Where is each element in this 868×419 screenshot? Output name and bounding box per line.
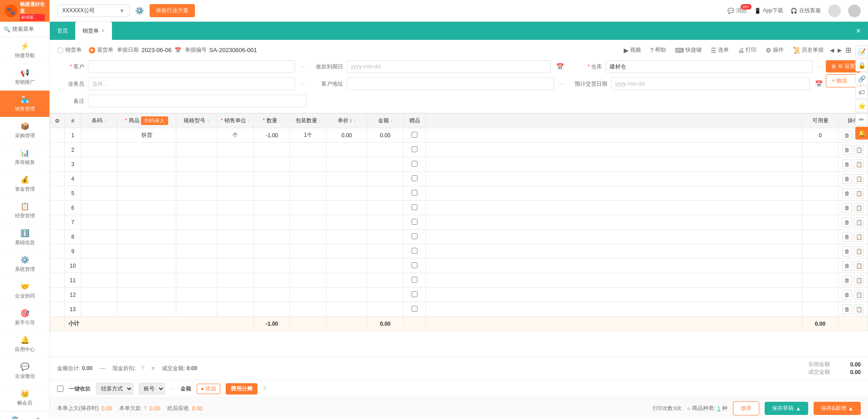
row-price[interactable]: [326, 186, 367, 201]
row-unit[interactable]: [217, 230, 254, 244]
row-gift[interactable]: [403, 143, 426, 157]
one-click-pay-checkbox[interactable]: [57, 385, 63, 392]
row-gift[interactable]: [403, 186, 426, 201]
gift-checkbox[interactable]: [412, 190, 417, 196]
delete-row-btn[interactable]: 🗑: [842, 145, 852, 155]
tab-home[interactable]: 首页: [50, 22, 75, 40]
row-product[interactable]: [117, 215, 176, 230]
th-amount-sort[interactable]: ↕: [390, 118, 393, 123]
warehouse-input[interactable]: [606, 60, 813, 73]
row-unit[interactable]: [217, 244, 254, 259]
delete-row-btn[interactable]: 🗑: [842, 159, 852, 169]
sidebar-item-marketing[interactable]: 📢 营销推广: [0, 64, 49, 91]
row-qty[interactable]: [254, 259, 290, 273]
th-spec-sort[interactable]: ↕: [207, 118, 209, 123]
th-price-info[interactable]: ℹ: [350, 118, 352, 123]
row-barcode[interactable]: [81, 273, 117, 288]
row-amount[interactable]: [367, 143, 403, 157]
row-pkg[interactable]: [290, 273, 326, 288]
fee-split-btn[interactable]: 费用分摊: [226, 383, 257, 395]
sidebar-item-base[interactable]: ℹ️ 基础信息: [0, 224, 49, 251]
row-barcode[interactable]: [81, 302, 117, 317]
row-price[interactable]: [326, 230, 367, 244]
row-gift[interactable]: [403, 302, 426, 317]
save-new-btn[interactable]: 保存&新增 ▲: [814, 402, 861, 415]
row-amount[interactable]: [367, 259, 403, 273]
right-panel-notes-btn[interactable]: 📝: [855, 45, 868, 58]
row-barcode[interactable]: [81, 230, 117, 244]
view-list-icon[interactable]: ⊞: [845, 46, 851, 54]
discount-help-icon[interactable]: ?: [141, 365, 144, 371]
row-qty[interactable]: [254, 244, 290, 259]
row-product[interactable]: 拆货: [117, 128, 176, 143]
row-gift[interactable]: [403, 215, 426, 230]
gift-checkbox[interactable]: [412, 262, 417, 268]
message-btn[interactable]: 💬 消息 99+: [727, 7, 747, 14]
sidebar-item-appstore[interactable]: 🔔 应用中心: [0, 331, 49, 358]
abandon-btn[interactable]: 放弃: [733, 401, 759, 415]
row-spec[interactable]: [176, 302, 217, 317]
row-unit[interactable]: [217, 157, 254, 172]
row-unit[interactable]: [217, 273, 254, 288]
row-gift[interactable]: [403, 157, 426, 172]
delete-row-btn[interactable]: 🗑: [842, 275, 852, 285]
shortcut-btn[interactable]: ⌨ 快捷键: [672, 45, 704, 55]
row-unit[interactable]: 个: [217, 128, 254, 143]
row-amount[interactable]: 0.00: [367, 128, 403, 143]
right-panel-tag-btn[interactable]: 🏷: [855, 86, 868, 99]
row-spec[interactable]: [176, 215, 217, 230]
delete-row-btn[interactable]: 🗑: [842, 261, 852, 271]
gift-checkbox[interactable]: [412, 146, 417, 152]
collect-date-calendar-icon[interactable]: 📅: [554, 63, 566, 70]
row-barcode[interactable]: [81, 244, 117, 259]
right-panel-lock-btn[interactable]: 🔒: [855, 59, 868, 72]
delete-row-btn[interactable]: 🗑: [842, 304, 852, 314]
row-pkg[interactable]: [290, 172, 326, 186]
row-gift[interactable]: [403, 259, 426, 273]
row-pkg[interactable]: [290, 288, 326, 302]
row-amount[interactable]: [367, 273, 403, 288]
history-btn[interactable]: 📜 历史单据: [790, 45, 826, 55]
row-gift[interactable]: [403, 201, 426, 215]
video-btn[interactable]: ▶ 视频: [621, 45, 644, 55]
row-qty[interactable]: [254, 172, 290, 186]
row-spec[interactable]: [176, 143, 217, 157]
gift-checkbox[interactable]: [412, 291, 417, 297]
tab-close-icon[interactable]: ×: [102, 28, 105, 34]
row-qty[interactable]: [254, 302, 290, 317]
gift-checkbox[interactable]: [412, 175, 417, 181]
sidebar-item-inventory[interactable]: 📊 库存核算: [0, 144, 49, 171]
row-product[interactable]: [117, 201, 176, 215]
row-product[interactable]: [117, 230, 176, 244]
row-pkg[interactable]: [290, 259, 326, 273]
row-pkg[interactable]: [290, 244, 326, 259]
settings-bottom-icon[interactable]: ⚙️: [10, 415, 19, 419]
gift-checkbox[interactable]: [412, 248, 417, 254]
next-icon[interactable]: ▶: [838, 47, 842, 53]
row-pkg[interactable]: [290, 186, 326, 201]
delete-row-btn[interactable]: 🗑: [842, 174, 852, 184]
row-qty[interactable]: [254, 273, 290, 288]
row-barcode[interactable]: [81, 201, 117, 215]
user-avatar[interactable]: [828, 5, 841, 17]
copy-row-btn[interactable]: 📋: [854, 174, 864, 184]
row-unit[interactable]: [217, 259, 254, 273]
gift-checkbox[interactable]: [412, 306, 417, 312]
th-gear[interactable]: ⚙: [50, 114, 65, 128]
prev-icon[interactable]: ◀: [830, 47, 834, 53]
collapse-icon[interactable]: ◀: [34, 415, 39, 419]
right-panel-edit-btn[interactable]: ✏: [855, 113, 868, 126]
row-barcode[interactable]: [81, 172, 117, 186]
row-amount[interactable]: [367, 230, 403, 244]
row-amount[interactable]: [367, 215, 403, 230]
sidebar-item-guide[interactable]: 🎯 新手引导: [0, 304, 49, 331]
delete-row-btn[interactable]: 🗑: [842, 130, 852, 140]
copy-row-btn[interactable]: 📋: [854, 246, 864, 256]
calendar-icon[interactable]: 📅: [175, 47, 181, 53]
save-draft-btn[interactable]: 保存草稿 ▲: [765, 402, 808, 415]
row-pkg[interactable]: [290, 230, 326, 244]
row-product[interactable]: [117, 288, 176, 302]
salesperson-input[interactable]: [88, 77, 295, 90]
row-price[interactable]: [326, 215, 367, 230]
row-qty[interactable]: [254, 201, 290, 215]
